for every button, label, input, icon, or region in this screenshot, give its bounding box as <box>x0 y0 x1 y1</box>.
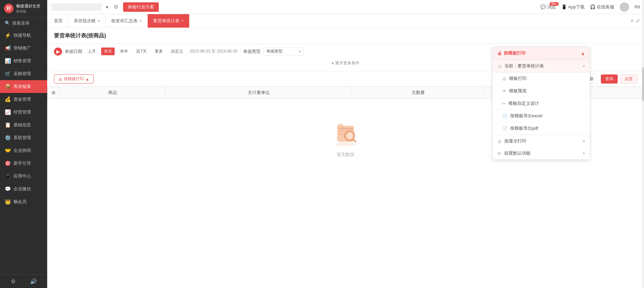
sidebar-item-enterprise-wechat[interactable]: 💬 企业微信 <box>0 183 47 195</box>
sidebar-logo: 好 畅捷通好生意 标准版 <box>0 0 47 18</box>
expand-icon: ▾ <box>332 61 334 66</box>
empty-state-text: 暂无数据 <box>337 152 354 158</box>
sidebar-item-inventory[interactable]: 📦 库存核算 <box>0 80 47 93</box>
app-download-item[interactable]: 📱 App下载 <box>561 4 585 10</box>
doc-type-placeholder: 单据类型 <box>266 49 283 54</box>
col-settings[interactable]: ⚙ <box>48 87 60 99</box>
printer-header-icon: 🖨 <box>497 51 502 56</box>
settings-button[interactable]: 设置 <box>620 74 637 84</box>
inventory-icon: 📦 <box>5 84 11 90</box>
date-btn-current-month[interactable]: 本月 <box>101 47 115 55</box>
system-icon: ⚙️ <box>5 135 11 141</box>
topbar-dropdown-button[interactable]: ▾ <box>105 4 110 10</box>
template-custom-icon: ✏ <box>502 101 506 106</box>
sidebar-item-marketing[interactable]: 📢 营销推广 <box>0 42 47 55</box>
tab-close-inventory-batch[interactable]: × <box>98 19 100 23</box>
sidebar-search[interactable]: 🔍 搜索菜单 <box>0 18 47 29</box>
template-preview-item[interactable]: 👁 模板预览 <box>493 85 590 97</box>
tab-close-all-icon[interactable]: × <box>631 18 634 24</box>
printer-icon: 🖨 <box>58 77 62 82</box>
display-print-group[interactable]: 🖨 按显示打印 ▾ <box>493 135 590 147</box>
right-scrollbar-thumb[interactable] <box>642 67 644 101</box>
template-print-item[interactable]: 🖨 模板打印 <box>493 72 590 85</box>
tab-order-stats[interactable]: 要货单统计表 × <box>148 14 189 28</box>
display-print-left: 🖨 按显示打印 <box>497 138 526 144</box>
right-scrollbar[interactable] <box>642 0 644 288</box>
sidebar-item-operations[interactable]: 📈 经营管理 <box>0 106 47 119</box>
template-export-excel-item[interactable]: 📄 按模板导出excel <box>493 110 590 122</box>
template-export-pdf-icon: 📄 <box>502 126 507 131</box>
svg-point-6 <box>347 133 353 139</box>
date-btn-custom[interactable]: 自定义 <box>168 47 186 55</box>
tab-close-receivable-summary[interactable]: × <box>140 19 142 23</box>
new-guide-icon: 🎯 <box>5 160 11 166</box>
date-btn-more[interactable]: 更多 <box>152 47 166 55</box>
sidebar-footer: ⚙ 🔊 <box>0 275 47 288</box>
print-dropdown-header-left: 🖨 按模板打印 <box>497 50 526 56</box>
topbar-search-input[interactable] <box>51 3 102 11</box>
avatar[interactable] <box>620 2 629 12</box>
tab-inventory-batch[interactable]: 库存批次账 × <box>68 14 106 28</box>
doc-type-select[interactable]: 单据类型 ▾ <box>263 47 304 56</box>
template-export-pdf-left: 📄 按模板导出pdf <box>502 125 538 131</box>
svg-rect-2 <box>338 128 353 130</box>
topbar-right: 💬 消息 99+ 📱 App下载 🎧 在线客服 Rit <box>540 2 640 12</box>
online-service-item[interactable]: 🎧 在线客服 <box>590 4 614 10</box>
filter-divider <box>240 48 240 55</box>
marketing-icon: 📢 <box>5 45 11 51</box>
template-export-excel-left: 📄 按模板导出excel <box>502 113 542 119</box>
svg-point-0 <box>335 142 356 146</box>
purchase-icon: 🛒 <box>5 71 11 77</box>
date-btn-last7days[interactable]: 近7天 <box>134 47 149 55</box>
sidebar-item-finance[interactable]: 💰 资金管理 <box>0 93 47 106</box>
user-name: Rit <box>635 4 640 9</box>
date-filter-label: 单据日期 <box>65 49 82 55</box>
query-button[interactable]: 查询 <box>601 74 618 84</box>
template-custom-item[interactable]: ✏ 模板自定义设计 <box>493 97 590 110</box>
current-template-item[interactable]: 🗂 当前：要货单统计表 ▾ <box>493 60 590 72</box>
topbar: ▾ ⚙ 体验行业方案 💬 消息 99+ 📱 App下载 🎧 在线客服 Rit <box>47 0 644 14</box>
sidebar-item-enterprise[interactable]: 🤝 企业协同 <box>0 144 47 157</box>
sidebar-item-quick-nav[interactable]: ⚡ 快捷导航 <box>0 29 47 42</box>
date-btn-current-year[interactable]: 本年 <box>117 47 131 55</box>
tab-home[interactable]: 首页 <box>51 14 68 28</box>
notification-badge: 99+ <box>550 2 559 6</box>
sidebar-item-sales[interactable]: 📊 销售管理 <box>0 55 47 67</box>
tabs-bar: 首页 库存批次账 × 收发存汇总表 × 要货单统计表 × × ⤢ <box>47 14 644 28</box>
print-template-button[interactable]: 🖨 按模板打印 ▲ <box>54 74 94 84</box>
enterprise-wechat-icon: 💬 <box>5 186 11 192</box>
tab-close-order-stats[interactable]: × <box>181 19 184 23</box>
settings-footer-icon[interactable]: ⚙ <box>11 278 16 285</box>
set-default-group[interactable]: ⚙ 设置默认功能 ▾ <box>493 147 590 159</box>
app-logo-icon: 好 <box>4 4 13 13</box>
speaker-footer-icon[interactable]: 🔊 <box>30 278 37 285</box>
topbar-gear-icon[interactable]: ⚙ <box>114 4 118 10</box>
operations-icon: 📈 <box>5 109 11 115</box>
template-export-pdf-item[interactable]: 📄 按模板导出pdf <box>493 122 590 135</box>
display-print-icon: 🖨 <box>497 139 502 144</box>
tab-receivable-summary[interactable]: 收发存汇总表 × <box>106 14 148 28</box>
sidebar-item-new-guide[interactable]: 🎯 新手引导 <box>0 157 47 170</box>
template-export-excel-icon: 📄 <box>502 114 507 119</box>
col-goods: 商品 <box>60 87 166 99</box>
industry-solution-button[interactable]: 体验行业方案 <box>123 2 159 12</box>
sidebar-item-purchase[interactable]: 🛒 采购管理 <box>0 67 47 80</box>
col-quantity: 主数量 <box>352 87 484 99</box>
app-logo-text: 畅捷通好生意 标准版 <box>16 3 40 14</box>
sidebar-item-app-center[interactable]: 📱 应用中心 <box>0 170 47 183</box>
sidebar-item-basic-info[interactable]: 📋 基础信息 <box>0 119 47 131</box>
select-chevron-icon: ▾ <box>299 49 301 54</box>
date-range-display: 2023-06-01 至 2023-06-30 <box>190 49 237 54</box>
print-dropdown-close-icon[interactable]: ▲ <box>581 51 585 56</box>
sidebar-item-system[interactable]: ⚙️ 系统管理 <box>0 131 47 144</box>
notification-item[interactable]: 💬 消息 99+ <box>540 4 556 10</box>
template-custom-left: ✏ 模板自定义设计 <box>502 100 539 106</box>
col-unit: 主计量单位 <box>166 87 352 99</box>
expand-more-button[interactable]: ▾ 展开更多条件 <box>328 58 363 68</box>
sidebar-item-vip[interactable]: 👑 畅会员 <box>0 195 47 208</box>
date-btn-prev-month[interactable]: 上月 <box>85 47 98 55</box>
search-icon: 🔍 <box>5 21 10 26</box>
filter-toggle-icon: ▶ <box>56 49 60 54</box>
filter-toggle-button[interactable]: ▶ <box>54 47 62 56</box>
tab-fullscreen-icon[interactable]: ⤢ <box>636 18 640 24</box>
